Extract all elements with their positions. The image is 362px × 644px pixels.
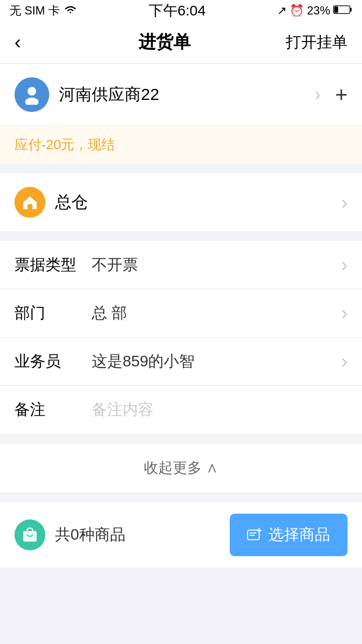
status-left: 无 SIM 卡 [10, 3, 77, 18]
battery-label: 23% [307, 4, 330, 17]
salesperson-value: 这是859的小智 [82, 351, 341, 372]
remark-input[interactable]: 备注内容 [82, 399, 348, 420]
add-product-icon [247, 528, 263, 542]
back-button[interactable]: ‹ [14, 31, 43, 53]
collapse-button[interactable]: 收起更多 ∧ [0, 444, 362, 492]
add-supplier-button[interactable]: + [335, 83, 348, 107]
invoice-type-row[interactable]: 票据类型 不开票 [0, 241, 362, 289]
location-icon: ↗ [277, 4, 287, 17]
product-bag-icon [21, 526, 39, 544]
status-right: ↗ ⏰ 23% [277, 4, 352, 17]
home-icon [21, 194, 39, 211]
warehouse-name: 总仓 [55, 191, 341, 213]
notice-banner: 应付-20元，现结 [0, 126, 362, 164]
salesperson-label: 业务员 [14, 351, 82, 372]
product-icon [14, 519, 45, 550]
nav-bar: ‹ 进货单 打开挂单 [0, 21, 362, 64]
department-label: 部门 [14, 303, 82, 324]
svg-rect-2 [334, 7, 338, 13]
department-row[interactable]: 部门 总 部 [0, 289, 362, 337]
product-bar: 共0种商品 选择商品 [0, 502, 362, 568]
remark-label: 备注 [14, 399, 82, 420]
invoice-type-chevron-icon [341, 254, 348, 276]
supplier-avatar [14, 77, 49, 112]
warehouse-row[interactable]: 总仓 [0, 173, 362, 231]
invoice-type-label: 票据类型 [14, 254, 82, 276]
svg-rect-1 [350, 8, 351, 12]
warehouse-icon [14, 187, 45, 218]
supplier-name: 河南供应商22 [59, 84, 315, 106]
salesperson-row[interactable]: 业务员 这是859的小智 [0, 337, 362, 386]
remark-row[interactable]: 备注 备注内容 [0, 386, 362, 434]
svg-point-4 [25, 98, 39, 105]
svg-rect-5 [28, 204, 32, 209]
supplier-row[interactable]: 河南供应商22 › + [0, 64, 362, 126]
alarm-icon: ⏰ [290, 4, 304, 17]
supplier-chevron-icon: › [315, 84, 320, 105]
invoice-type-value: 不开票 [82, 254, 341, 276]
main-content: 河南供应商22 › + 应付-20元，现结 总仓 票据类型 不开票 [0, 64, 362, 568]
person-icon [22, 84, 42, 105]
select-product-label: 选择商品 [268, 524, 330, 546]
product-count: 共0种商品 [55, 524, 220, 546]
supplier-card: 河南供应商22 › + 应付-20元，现结 [0, 64, 362, 164]
salesperson-chevron-icon [341, 350, 348, 372]
status-bar: 无 SIM 卡 下午6:04 ↗ ⏰ 23% [0, 0, 362, 21]
collapse-label: 收起更多 ∧ [144, 458, 218, 478]
department-value: 总 部 [82, 303, 341, 324]
battery-icon [333, 4, 352, 17]
form-card: 票据类型 不开票 部门 总 部 业务员 这是859的小智 备注 备注内容 [0, 241, 362, 434]
svg-point-3 [28, 87, 36, 96]
wifi-icon [64, 4, 77, 17]
department-chevron-icon [341, 302, 348, 324]
warehouse-chevron-icon [341, 192, 348, 213]
open-pending-button[interactable]: 打开挂单 [286, 32, 348, 53]
carrier-label: 无 SIM 卡 [10, 3, 60, 18]
select-product-button[interactable]: 选择商品 [230, 514, 348, 556]
status-time: 下午6:04 [149, 1, 206, 21]
page-title: 进货单 [139, 30, 191, 54]
warehouse-card[interactable]: 总仓 [0, 173, 362, 231]
